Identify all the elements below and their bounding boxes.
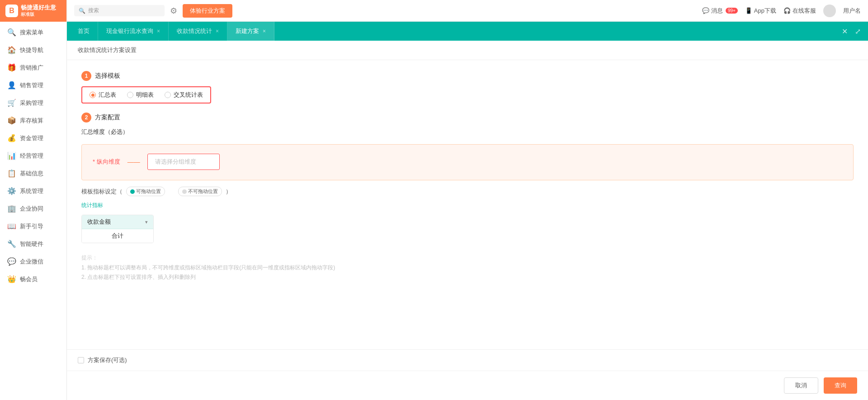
radio-detail-label: 明细表 — [136, 91, 154, 99]
chat-icon: 💬 — [7, 257, 16, 266]
tips-line2: 2. 点击标题栏下拉可设置排序、插入列和删除列 — [81, 273, 854, 282]
radio-cross-circle — [165, 92, 171, 98]
sidebar-item-label: 经营管理 — [20, 152, 43, 160]
sidebar-item-basic-info[interactable]: 📋 基础信息 — [0, 165, 66, 182]
tab-new-plan-label: 新建方案 — [236, 27, 259, 35]
radio-detail[interactable]: 明细表 — [127, 91, 154, 99]
sidebar-item-guide[interactable]: 📖 新手引导 — [0, 217, 66, 235]
crown-icon: 👑 — [7, 275, 16, 283]
logo-icon: B — [5, 5, 18, 17]
content-area: 收款情况统计方案设置 1 选择模板 汇总表 — [67, 41, 868, 400]
radio-cross[interactable]: 交叉统计表 — [165, 91, 203, 99]
separator — [169, 188, 175, 196]
logo-text-block: 畅捷通好生意 标准版 — [21, 4, 56, 18]
tab-new-plan[interactable]: 新建方案 × — [227, 22, 274, 41]
tabbar-close-icon[interactable]: ✕ — [838, 25, 851, 38]
unmovable-label: 不可拖动位置 — [188, 188, 218, 195]
movable-dot-gray — [182, 189, 187, 194]
tabbar-expand-icon[interactable]: ⤢ — [851, 25, 864, 38]
user-icon: 👤 — [7, 81, 16, 89]
sidebar-item-label: 企业微信 — [20, 258, 43, 266]
tab-receipt-stat-close[interactable]: × — [216, 28, 219, 34]
settings-icon[interactable]: ⚙ — [170, 6, 177, 16]
sidebar-item-quick-nav[interactable]: 🏠 快捷导航 — [0, 41, 66, 59]
step1-title: 选择模板 — [95, 72, 120, 80]
radio-summary[interactable]: 汇总表 — [90, 91, 116, 99]
step2-block: 2 方案配置 汇总维度（必选） * 纵向维度 —— 请选择分组 — [81, 113, 854, 282]
sidebar-item-finance[interactable]: 💰 资金管理 — [0, 129, 66, 147]
tab-receipt-stat-label: 收款情况统计 — [177, 27, 212, 35]
main-area: 🔍 搜索 ⚙ 体验行业方案 💬 消息 99+ 📱 App下载 🎧 在线客服 用户… — [67, 0, 868, 400]
dimension-select[interactable]: 请选择分组维度 — [147, 154, 220, 170]
step1-header: 1 选择模板 — [81, 71, 854, 81]
indicator-header-row: 模板指标设定（ 可拖动位置 不可拖动位置 ） — [81, 187, 854, 196]
gear-icon: ⚙️ — [7, 187, 16, 195]
indicator-table: 收款金额 ▾ 合计 — [81, 215, 154, 243]
movable-tag: 可拖动位置 — [126, 187, 165, 196]
chevron-down-icon: ▾ — [145, 219, 148, 225]
query-button[interactable]: 查询 — [824, 377, 857, 394]
sidebar-item-inventory[interactable]: 📦 库存核算 — [0, 112, 66, 129]
sidebar-item-operation[interactable]: 📊 经营管理 — [0, 147, 66, 165]
form-area: 1 选择模板 汇总表 明细表 — [67, 60, 868, 349]
save-label: 方案保存(可选) — [88, 356, 127, 364]
message-item[interactable]: 💬 消息 99+ — [702, 7, 738, 15]
sidebar-item-purchase[interactable]: 🛒 采购管理 — [0, 94, 66, 112]
building-icon: 🏢 — [7, 204, 16, 213]
sidebar-item-wechat[interactable]: 💬 企业微信 — [0, 253, 66, 270]
tab-home[interactable]: 首页 — [67, 22, 98, 41]
sidebar-item-label: 基础信息 — [20, 169, 43, 178]
tab-receipt-stat[interactable]: 收款情况统计 × — [169, 22, 227, 41]
stat-indicator-label: 统计指标 — [81, 200, 854, 211]
sidebar-item-marketing[interactable]: 🎁 营销推广 — [0, 59, 66, 76]
sidebar-item-label: 智能硬件 — [20, 240, 43, 248]
search-menu-icon: 🔍 — [7, 28, 16, 37]
avatar — [823, 5, 836, 17]
sidebar-item-smart-hw[interactable]: 🔧 智能硬件 — [0, 235, 66, 253]
cancel-button[interactable]: 取消 — [784, 377, 818, 394]
indicator-table-header[interactable]: 收款金额 ▾ — [82, 215, 153, 229]
sidebar-item-system[interactable]: ⚙️ 系统管理 — [0, 182, 66, 200]
save-checkbox[interactable] — [78, 357, 84, 363]
radio-summary-dot — [91, 94, 94, 97]
movable-dot-teal — [130, 189, 135, 194]
sidebar-item-label: 搜索菜单 — [20, 28, 43, 37]
tab-bank-flow[interactable]: 现金银行流水查询 × — [98, 22, 169, 41]
tab-bank-flow-close[interactable]: × — [157, 28, 160, 34]
sidebar: B 畅捷通好生意 标准版 🔍 搜索菜单 🏠 快捷导航 🎁 营销推广 👤 销售管理… — [0, 0, 67, 400]
sidebar-item-label: 新手引导 — [20, 222, 43, 231]
sidebar-item-search-menu[interactable]: 🔍 搜索菜单 — [0, 24, 66, 41]
tab-new-plan-close[interactable]: × — [263, 28, 266, 34]
industry-plan-button[interactable]: 体验行业方案 — [183, 4, 232, 18]
search-placeholder: 搜索 — [88, 7, 99, 14]
app-logo: B 畅捷通好生意 标准版 — [0, 0, 66, 22]
radio-detail-circle — [127, 92, 133, 98]
sidebar-item-member[interactable]: 👑 畅会员 — [0, 270, 66, 288]
sidebar-item-enterprise[interactable]: 🏢 企业协同 — [0, 200, 66, 217]
sidebar-item-label: 资金管理 — [20, 134, 43, 142]
download-item[interactable]: 📱 App下载 — [745, 7, 776, 15]
step2-number: 2 — [81, 113, 91, 122]
indicator-settings-label: 模板指标设定（ — [81, 188, 123, 196]
username: 用户名 — [843, 7, 861, 15]
dimension-area: * 纵向维度 —— 请选择分组维度 — [81, 144, 854, 180]
search-box[interactable]: 🔍 搜索 — [74, 5, 165, 16]
book-icon: 📖 — [7, 222, 16, 231]
sidebar-item-label: 快捷导航 — [20, 46, 43, 54]
step2-title: 方案配置 — [95, 113, 120, 122]
page-header: 收款情况统计方案设置 — [67, 41, 868, 60]
service-item[interactable]: 🎧 在线客服 — [783, 7, 816, 15]
dimension-arrow-icon: —— — [127, 158, 140, 165]
config-section: 汇总维度（必选） * 纵向维度 —— 请选择分组维度 — [81, 128, 854, 282]
sidebar-item-sales[interactable]: 👤 销售管理 — [0, 76, 66, 94]
logo-sub: 标准版 — [21, 11, 56, 18]
cart-icon: 🛒 — [7, 99, 16, 107]
gift-icon: 🎁 — [7, 63, 16, 72]
logo-name: 畅捷通好生意 — [21, 4, 56, 11]
sidebar-item-label: 畅会员 — [20, 275, 38, 283]
service-icon: 🎧 — [783, 7, 791, 14]
tab-home-label: 首页 — [78, 27, 90, 35]
radio-cross-label: 交叉统计表 — [174, 91, 203, 99]
indicator-settings: 模板指标设定（ 可拖动位置 不可拖动位置 ） — [81, 187, 854, 243]
step1-block: 1 选择模板 汇总表 明细表 — [81, 71, 854, 104]
